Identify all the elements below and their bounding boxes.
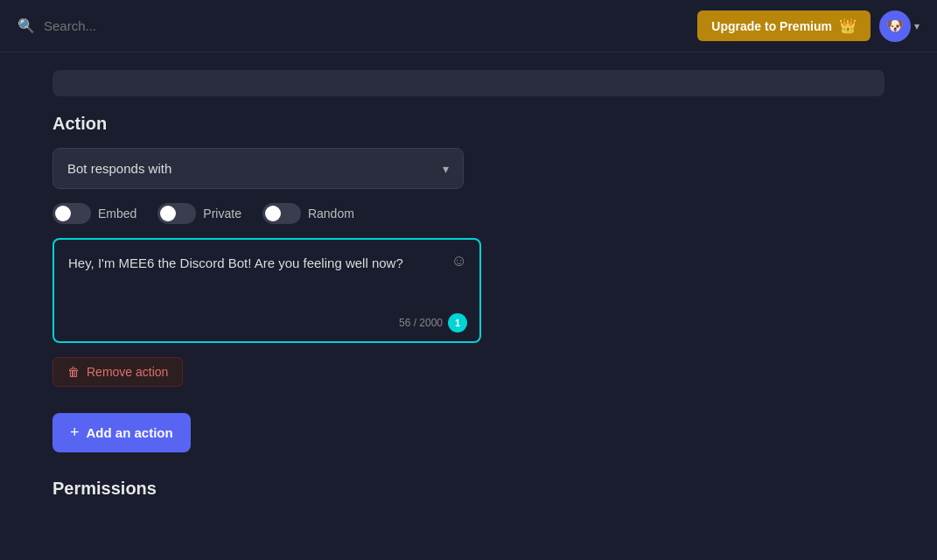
top-card — [52, 70, 885, 96]
action-section: Action Bot responds with ▾ Embed P — [52, 114, 885, 452]
crown-icon: 👑 — [839, 18, 857, 34]
private-toggle[interactable] — [157, 203, 196, 224]
message-text: Hey, I'm MEE6 the Discord Bot! Are you f… — [68, 256, 430, 270]
search-input[interactable] — [44, 18, 219, 33]
upgrade-label: Upgrade to Premium — [711, 19, 832, 33]
add-action-label: Add an action — [87, 425, 173, 440]
plus-icon: + — [70, 424, 80, 442]
search-area: 🔍 — [17, 18, 219, 34]
random-toggle[interactable] — [262, 203, 301, 224]
header: 🔍 Upgrade to Premium 👑 🐶 ▾ — [0, 0, 937, 52]
toggles-row: Embed Private Random — [52, 203, 885, 224]
chevron-down-icon: ▾ — [914, 20, 920, 32]
header-right: Upgrade to Premium 👑 🐶 ▾ — [697, 10, 920, 42]
dropdown-chevron-icon: ▾ — [443, 162, 449, 176]
private-toggle-knob — [160, 206, 176, 221]
remove-action-label: Remove action — [87, 365, 168, 379]
avatar-wrap[interactable]: 🐶 ▾ — [879, 10, 920, 42]
trash-icon: 🗑 — [67, 365, 80, 379]
random-label: Random — [308, 206, 354, 220]
random-toggle-group: Random — [262, 203, 354, 224]
action-title: Action — [52, 114, 885, 134]
char-count-row: 56 / 2000 1 — [399, 313, 467, 332]
add-action-button[interactable]: + Add an action — [52, 413, 191, 452]
remove-action-button[interactable]: 🗑 Remove action — [52, 357, 183, 387]
char-count: 56 / 2000 — [399, 317, 443, 329]
embed-toggle-knob — [55, 206, 71, 221]
embed-toggle[interactable] — [52, 203, 91, 224]
search-icon: 🔍 — [17, 18, 35, 34]
dropdown-selected: Bot responds with — [67, 161, 171, 176]
random-toggle-knob — [265, 206, 281, 221]
embed-label: Embed — [98, 206, 136, 220]
emoji-button[interactable]: ☺ — [451, 252, 467, 270]
upgrade-button[interactable]: Upgrade to Premium 👑 — [697, 10, 871, 41]
notification-badge: 1 — [448, 313, 467, 332]
dropdown-wrap: Bot responds with ▾ — [52, 148, 885, 189]
permissions-title: Permissions — [52, 479, 885, 499]
private-label: Private — [203, 206, 241, 220]
message-box[interactable]: Hey, I'm MEE6 the Discord Bot! Are you f… — [52, 238, 481, 343]
embed-toggle-group: Embed — [52, 203, 136, 224]
avatar: 🐶 — [879, 10, 911, 42]
main-content: Action Bot responds with ▾ Embed P — [0, 52, 937, 560]
private-toggle-group: Private — [157, 203, 241, 224]
permissions-section: Permissions — [52, 479, 885, 499]
bot-responds-dropdown[interactable]: Bot responds with ▾ — [52, 148, 464, 189]
